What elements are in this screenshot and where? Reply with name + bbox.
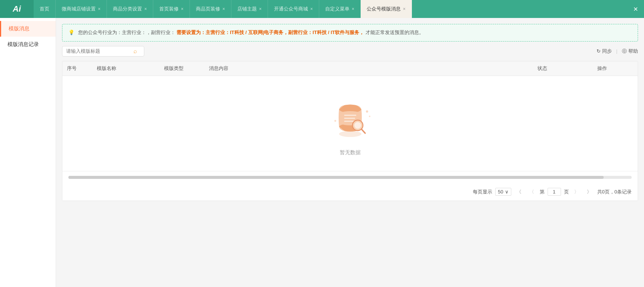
svg-point-0: [339, 131, 361, 137]
svg-point-5: [354, 122, 361, 129]
nav-tab-custom-menu-label: 自定义菜单: [325, 6, 349, 12]
nav-tabs: 首页 微商城店铺设置 × 商品分类设置 × 首页装修 × 商品页装修 × 店铺主…: [34, 0, 633, 18]
scrollbar-area: [62, 171, 638, 183]
nav-tab-home-label: 首页: [40, 6, 49, 12]
current-page-input[interactable]: 1: [548, 188, 561, 196]
notice-prefix: 您的公众号行业为：主营行业：，副营行业：: [78, 30, 175, 35]
search-input[interactable]: [66, 48, 133, 54]
current-page-value: 1: [553, 189, 555, 195]
sync-label: 同步: [602, 48, 612, 55]
page-label-zhi: 第: [540, 189, 545, 195]
prev-page-button[interactable]: 〈: [527, 187, 537, 197]
last-page-button[interactable]: 》: [585, 187, 594, 197]
th-action: 操作: [593, 65, 638, 72]
help-label: 帮助: [628, 48, 638, 55]
nav-tab-shop-theme-label: 店铺主题: [237, 6, 257, 12]
horizontal-scrollbar[interactable]: [68, 176, 632, 179]
page-size-value: 50: [498, 189, 503, 195]
nav-tab-open-mall-label: 开通公众号商城: [274, 6, 308, 12]
nav-tab-product-decoration-close[interactable]: ×: [222, 7, 225, 11]
page-size-select[interactable]: 50 ∨: [495, 188, 511, 196]
nav-tab-open-mall[interactable]: 开通公众号商城 ×: [268, 0, 319, 18]
pagination: 每页显示 50 ∨ 《 〈 第 1 页 〉 》 共0页，0条记录: [62, 183, 638, 201]
nav-tab-shop-settings-close[interactable]: ×: [98, 7, 101, 11]
sync-icon: ↻: [597, 48, 601, 54]
empty-illustration: [328, 98, 373, 143]
help-button[interactable]: ⓪ 帮助: [622, 48, 638, 55]
th-content: 消息内容: [204, 65, 533, 72]
th-name: 模版名称: [92, 65, 160, 72]
nav-tab-product-decoration[interactable]: 商品页装修 ×: [190, 0, 231, 18]
page-label-ye: 页: [564, 189, 569, 195]
sidebar-item-template-message-log-label: 模版消息记录: [7, 41, 39, 47]
nav-tab-open-mall-close[interactable]: ×: [310, 7, 313, 11]
empty-state: 暂无数据: [62, 76, 638, 171]
page-size-dropdown-icon: ∨: [505, 189, 509, 195]
search-box[interactable]: ⌕: [62, 46, 144, 57]
nav-tab-shop-settings[interactable]: 微商城店铺设置 ×: [56, 0, 107, 18]
sidebar-item-template-message-label: 模版消息: [9, 25, 30, 31]
nav-tab-custom-menu-close[interactable]: ×: [352, 7, 354, 11]
nav-tab-shop-theme[interactable]: 店铺主题 ×: [231, 0, 268, 18]
first-page-button[interactable]: 《: [514, 187, 524, 197]
nav-tab-category-settings[interactable]: 商品分类设置 ×: [107, 0, 153, 18]
sync-button[interactable]: ↻ 同步: [597, 48, 612, 55]
nav-tab-shop-settings-label: 微商城店铺设置: [62, 6, 96, 12]
notice-highlight: 需要设置为：主营行业：IT科技 / 互联网|电子商务，副营行业：IT科技 / I…: [176, 30, 364, 35]
th-status: 状态: [533, 65, 593, 72]
sidebar: 模版消息 模版消息记录: [0, 18, 56, 287]
table-header: 序号 模版名称 模版类型 消息内容 状态 操作: [62, 61, 638, 76]
svg-point-9: [334, 120, 336, 122]
nav-tab-template-message[interactable]: 公众号模版消息 ×: [361, 0, 412, 18]
toolbar-right: ↻ 同步 | ⓪ 帮助: [597, 48, 638, 55]
content-area: 💡 您的公众号行业为：主营行业：，副营行业： 需要设置为：主营行业：IT科技 /…: [56, 18, 644, 287]
svg-point-7: [366, 110, 368, 113]
notice-banner: 💡 您的公众号行业为：主营行业：，副营行业： 需要设置为：主营行业：IT科技 /…: [62, 24, 638, 42]
sidebar-item-template-message-log[interactable]: 模版消息记录: [0, 37, 56, 52]
nav-tab-home-decoration-close[interactable]: ×: [181, 7, 184, 11]
total-info: 共0页，0条记录: [597, 189, 632, 195]
nav-tab-product-decoration-label: 商品页装修: [196, 6, 220, 12]
svg-line-6: [361, 129, 365, 133]
nav-tab-shop-theme-close[interactable]: ×: [259, 7, 262, 11]
notice-suffix: 才能正常发送预置的消息。: [366, 30, 424, 35]
top-nav: Ai 首页 微商城店铺设置 × 商品分类设置 × 首页装修 × 商品页装修 × …: [0, 0, 644, 18]
toolbar: ⌕ ↻ 同步 | ⓪ 帮助: [62, 46, 638, 57]
toolbar-divider: |: [616, 48, 617, 54]
nav-tab-home-decoration-label: 首页装修: [159, 6, 179, 12]
nav-tab-home[interactable]: 首页: [34, 0, 56, 18]
svg-point-8: [369, 116, 370, 117]
global-close-button[interactable]: ✕: [633, 6, 638, 13]
main-layout: 模版消息 模版消息记录 💡 您的公众号行业为：主营行业：，副营行业： 需要设置为…: [0, 18, 644, 287]
help-icon: ⓪: [622, 48, 627, 55]
nav-tab-custom-menu[interactable]: 自定义菜单 ×: [319, 0, 361, 18]
sidebar-item-template-message[interactable]: 模版消息: [0, 21, 56, 37]
scrollbar-thumb[interactable]: [68, 176, 604, 179]
notice-icon: 💡: [68, 30, 74, 35]
nav-tab-template-message-close[interactable]: ×: [403, 7, 406, 11]
nav-tab-category-label: 商品分类设置: [113, 6, 142, 12]
data-table: 序号 模版名称 模版类型 消息内容 状态 操作: [62, 61, 638, 201]
nav-tab-template-message-label: 公众号模版消息: [367, 6, 401, 12]
th-type: 模版类型: [160, 65, 204, 72]
next-page-button[interactable]: 〉: [572, 187, 582, 197]
empty-text: 暂无数据: [340, 149, 361, 156]
page-size-label: 每页显示: [473, 189, 492, 195]
th-index: 序号: [62, 65, 92, 72]
search-icon[interactable]: ⌕: [133, 48, 137, 55]
nav-tab-category-close[interactable]: ×: [144, 7, 147, 11]
app-logo: Ai: [0, 0, 34, 18]
nav-tab-home-decoration[interactable]: 首页装修 ×: [153, 0, 190, 18]
